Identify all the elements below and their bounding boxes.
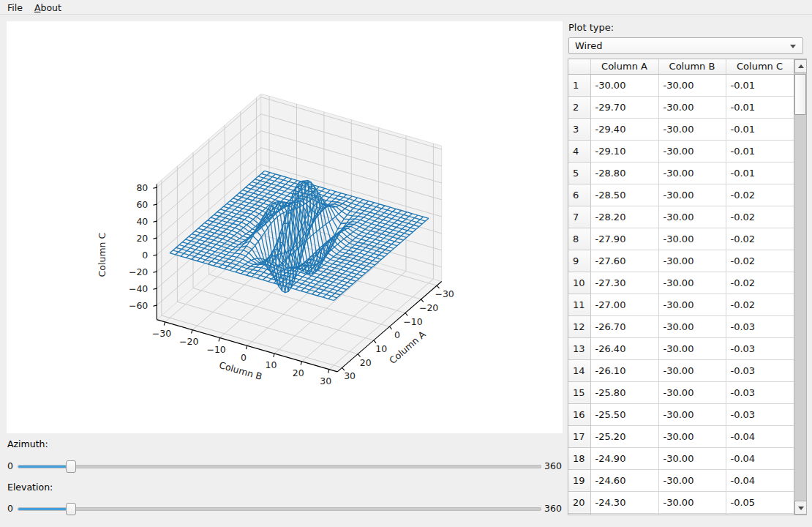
value-cell[interactable]: -30.00 (658, 403, 726, 425)
azimuth-slider-handle[interactable] (66, 460, 76, 473)
value-cell[interactable]: -30.00 (658, 381, 726, 403)
row-number-cell[interactable]: 8 (568, 228, 590, 250)
azimuth-slider-track[interactable] (18, 465, 541, 468)
value-cell[interactable]: -27.00 (590, 294, 658, 315)
value-cell[interactable]: -26.10 (590, 359, 658, 381)
value-cell[interactable]: -26.40 (590, 337, 658, 359)
azimuth-slider[interactable]: 0 360 (0, 460, 563, 475)
value-cell[interactable]: -30.00 (658, 184, 726, 206)
row-number-cell[interactable]: 17 (568, 425, 590, 447)
row-number-cell[interactable]: 3 (568, 118, 590, 140)
column-header-a[interactable]: Column A (590, 59, 658, 74)
row-number-cell[interactable]: 10 (568, 272, 590, 294)
row-number-cell[interactable]: 18 (568, 447, 590, 469)
scrollbar-up-button[interactable] (794, 59, 807, 73)
value-cell[interactable]: -24.90 (590, 447, 658, 469)
value-cell[interactable]: -29.70 (590, 96, 658, 118)
row-number-cell[interactable]: 5 (568, 162, 590, 184)
value-cell[interactable]: -24.30 (590, 491, 658, 513)
value-cell[interactable]: -0.04 (726, 425, 794, 447)
menu-item-about[interactable]: About (29, 1, 67, 15)
value-cell[interactable]: -0.01 (726, 74, 794, 96)
value-cell[interactable]: -30.00 (658, 294, 726, 315)
row-number-cell[interactable] (568, 513, 590, 515)
value-cell[interactable]: -27.60 (590, 250, 658, 272)
value-cell[interactable]: -30.00 (658, 315, 726, 337)
value-cell[interactable]: -0.01 (726, 96, 794, 118)
value-cell[interactable]: -30.00 (658, 206, 726, 228)
value-cell[interactable]: -0.01 (726, 118, 794, 140)
value-cell[interactable]: -29.10 (590, 140, 658, 162)
value-cell[interactable]: -30.00 (658, 162, 726, 184)
value-cell[interactable]: -30.00 (590, 74, 658, 96)
value-cell[interactable]: -29.40 (590, 118, 658, 140)
value-cell[interactable]: -0.01 (726, 140, 794, 162)
value-cell[interactable]: -30.00 (658, 469, 726, 491)
plot-canvas[interactable]: −30−20−100102030−30−20−100102030−60−40−2… (7, 21, 563, 433)
value-cell[interactable]: -0.02 (726, 228, 794, 250)
row-number-cell[interactable]: 16 (568, 403, 590, 425)
value-cell[interactable]: -30.00 (658, 447, 726, 469)
value-cell[interactable]: -0.01 (726, 162, 794, 184)
value-cell[interactable]: -0.02 (726, 184, 794, 206)
value-cell[interactable]: -30.00 (658, 359, 726, 381)
value-cell[interactable]: -25.20 (590, 425, 658, 447)
plot-type-combobox[interactable]: Wired (568, 37, 803, 54)
value-cell[interactable]: -0.05 (726, 491, 794, 513)
row-number-cell[interactable]: 14 (568, 359, 590, 381)
row-number-cell[interactable]: 6 (568, 184, 590, 206)
value-cell[interactable]: -30.00 (658, 337, 726, 359)
row-number-cell[interactable]: 9 (568, 250, 590, 272)
value-cell[interactable]: -30.00 (658, 491, 726, 513)
row-number-cell[interactable]: 19 (568, 469, 590, 491)
value-cell[interactable]: -30.00 (658, 74, 726, 96)
value-cell[interactable]: -0.03 (726, 359, 794, 381)
value-cell[interactable] (590, 513, 658, 515)
value-cell[interactable]: -25.80 (590, 381, 658, 403)
scrollbar-thumb[interactable] (794, 74, 806, 115)
value-cell[interactable]: -26.70 (590, 315, 658, 337)
value-cell[interactable]: -28.80 (590, 162, 658, 184)
value-cell[interactable]: -30.00 (658, 228, 726, 250)
row-number-cell[interactable]: 4 (568, 140, 590, 162)
table-corner-cell[interactable] (568, 59, 590, 74)
value-cell[interactable]: -0.02 (726, 272, 794, 294)
row-number-cell[interactable]: 2 (568, 96, 590, 118)
value-cell[interactable]: -28.20 (590, 206, 658, 228)
elevation-slider-track[interactable] (18, 507, 541, 511)
value-cell[interactable]: -30.00 (658, 250, 726, 272)
value-cell[interactable]: -0.03 (726, 403, 794, 425)
row-number-cell[interactable]: 7 (568, 206, 590, 228)
value-cell[interactable] (658, 513, 726, 515)
row-number-cell[interactable]: 12 (568, 315, 590, 337)
value-cell[interactable] (726, 513, 794, 515)
value-cell[interactable]: -0.04 (726, 469, 794, 491)
menu-item-file[interactable]: File (1, 1, 29, 15)
value-cell[interactable]: -30.00 (658, 96, 726, 118)
value-cell[interactable]: -24.60 (590, 469, 658, 491)
row-number-cell[interactable]: 15 (568, 381, 590, 403)
value-cell[interactable]: -25.50 (590, 403, 658, 425)
column-header-c[interactable]: Column C (726, 59, 794, 74)
value-cell[interactable]: -0.03 (726, 337, 794, 359)
value-cell[interactable]: -27.90 (590, 228, 658, 250)
value-cell[interactable]: -0.02 (726, 206, 794, 228)
value-cell[interactable]: -0.03 (726, 381, 794, 403)
value-cell[interactable]: -0.02 (726, 250, 794, 272)
column-header-b[interactable]: Column B (658, 59, 726, 74)
value-cell[interactable]: -28.50 (590, 184, 658, 206)
value-cell[interactable]: -30.00 (658, 140, 726, 162)
row-number-cell[interactable]: 1 (568, 74, 590, 96)
table-scrollbar[interactable] (794, 59, 806, 515)
value-cell[interactable]: -30.00 (658, 272, 726, 294)
value-cell[interactable]: -0.03 (726, 315, 794, 337)
value-cell[interactable]: -0.04 (726, 447, 794, 469)
elevation-slider[interactable]: 0 360 (0, 503, 563, 517)
row-number-cell[interactable]: 11 (568, 294, 590, 315)
value-cell[interactable]: -30.00 (658, 425, 726, 447)
elevation-slider-handle[interactable] (66, 503, 76, 515)
value-cell[interactable]: -30.00 (658, 118, 726, 140)
value-cell[interactable]: -0.02 (726, 294, 794, 315)
row-number-cell[interactable]: 20 (568, 491, 590, 513)
scrollbar-down-button[interactable] (794, 501, 807, 515)
